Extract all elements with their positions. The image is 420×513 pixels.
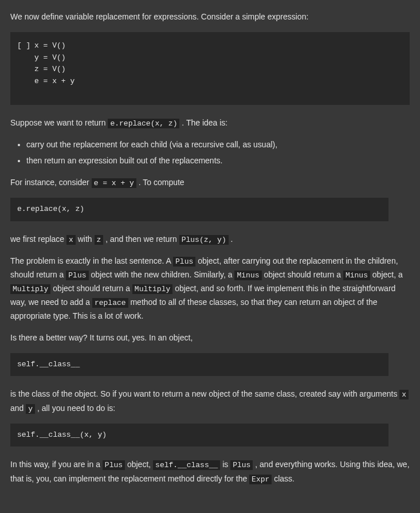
inline-code-multiply: Multiply: [132, 284, 172, 294]
code-block-selfclass-xy: self.__class__(x, y): [10, 424, 388, 447]
text-span: object should return a: [262, 270, 343, 279]
inline-code-selfclass: self.__class__: [153, 460, 220, 470]
list-item: carry out the replacement for each child…: [26, 138, 410, 152]
code-block-ereplace: e.replace(x, z): [10, 198, 388, 221]
text-span: is: [220, 460, 230, 469]
problem-paragraph: The problem is exactly in the last sente…: [10, 254, 410, 323]
text-span: object should return a: [50, 284, 132, 293]
intro-paragraph: We now define variable replacement for e…: [10, 10, 410, 24]
document-page: We now define variable replacement for e…: [0, 0, 420, 508]
text-span: . The idea is:: [179, 118, 227, 127]
text-span: In this way, if you are in a: [10, 460, 103, 469]
inline-code-expr: Expr: [249, 475, 272, 484]
inline-code-x: x: [399, 390, 409, 400]
text-span: Suppose we want to return: [10, 118, 108, 127]
text-span: For instance, consider: [10, 178, 92, 187]
idea-list: carry out the replacement for each child…: [10, 138, 410, 168]
inline-code-replace: replace: [92, 298, 128, 308]
text-span: . To compute: [136, 178, 185, 187]
inline-code-ereplace: e.replace(x, z): [108, 119, 179, 128]
text-span: , and then we return: [103, 234, 179, 244]
cell-body: x = V() y = V() z = V() e = x + y: [34, 40, 74, 88]
inline-code-plus: Plus: [230, 460, 253, 470]
inline-code-multiply: Multiply: [10, 284, 50, 294]
inline-code-z: z: [95, 235, 104, 245]
suppose-paragraph: Suppose we want to return e.replace(x, z…: [10, 116, 410, 130]
inline-code-x: x: [66, 235, 76, 245]
inline-code-plus: Plus: [173, 257, 195, 267]
inline-code-minus: Minus: [234, 271, 261, 280]
text-span: and: [10, 404, 26, 413]
better-way-paragraph: Is there a better way? It turns out, yes…: [10, 331, 410, 345]
final-paragraph: In this way, if you are in a Plus object…: [10, 458, 410, 485]
text-span: object, a: [370, 270, 403, 279]
inline-code-y: y: [26, 404, 35, 414]
text-span: with: [76, 234, 95, 244]
text-span: The problem is exactly in the last sente…: [10, 256, 173, 265]
text-span: .: [229, 234, 233, 244]
is-class-paragraph: is the class of the object. So if you wa…: [10, 387, 410, 415]
inline-code-minus: Minus: [343, 271, 370, 280]
first-replace-paragraph: we first replace x with z , and then we …: [10, 233, 410, 246]
text-span: , all you need to do is:: [35, 404, 115, 413]
list-item: then return an expression built out of t…: [26, 154, 410, 168]
text-span: is the class of the object. So if you wa…: [10, 389, 399, 398]
cell-prompt: [ ]: [17, 40, 34, 52]
text-span: object with the new children. Similarly,…: [89, 270, 235, 279]
text-span: object,: [125, 460, 153, 469]
text-span: class.: [272, 474, 295, 483]
code-cell-main: [ ]x = V() y = V() z = V() e = x + y: [10, 32, 410, 105]
for-instance-paragraph: For instance, consider e = x + y . To co…: [10, 176, 410, 190]
text-span: we first replace: [10, 234, 66, 244]
inline-code-plus: Plus: [103, 460, 125, 470]
inline-code-plus: Plus: [66, 271, 88, 280]
code-block-selfclass: self.__class__: [10, 353, 388, 377]
inline-code-eeq: e = x + y: [92, 178, 136, 188]
inline-code-pluszy: Plus(z, y): [179, 235, 229, 245]
